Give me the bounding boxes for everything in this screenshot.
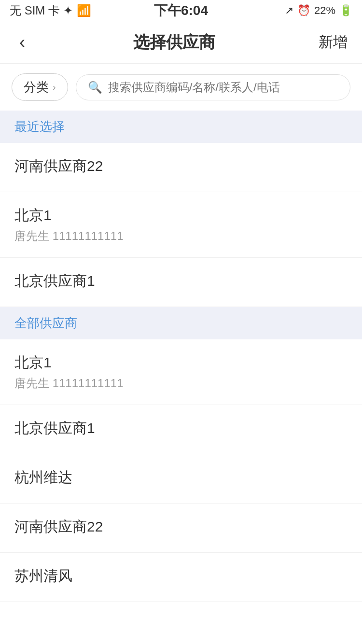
item-sub: 唐先生 11111111111 — [14, 376, 348, 391]
all-section-header: 全部供应商 — [0, 307, 362, 339]
battery-percent: 22% — [314, 4, 335, 17]
all-list-item[interactable]: 河南供应商22 — [0, 504, 362, 553]
filter-bar: 分类 › 🔍 — [0, 64, 362, 111]
status-left: 无 SIM 卡 ✦ 📶 — [10, 3, 91, 18]
wifi-icon: 📶 — [77, 4, 91, 17]
page-title: 选择供应商 — [133, 31, 215, 54]
add-button[interactable]: 新增 — [319, 32, 348, 52]
location-icon: ↗ — [285, 4, 293, 17]
status-bar: 无 SIM 卡 ✦ 📶 下午6:04 ↗ ⏰ 22% 🔋 — [0, 0, 362, 21]
all-list-item[interactable]: 苏州清风 — [0, 553, 362, 602]
chevron-right-icon: › — [53, 82, 56, 93]
item-name: 北京供应商1 — [14, 271, 348, 291]
status-time: 下午6:04 — [154, 1, 208, 20]
all-list-item[interactable]: 北京供应商1 — [0, 405, 362, 454]
item-name: 河南供应商22 — [14, 517, 348, 537]
recent-list-item[interactable]: 河南供应商22 — [0, 143, 362, 192]
no-sim-label: 无 SIM 卡 ✦ — [10, 3, 73, 18]
recent-list-item[interactable]: 北京1唐先生 11111111111 — [0, 192, 362, 258]
nav-bar: ‹ 选择供应商 新增 — [0, 21, 362, 64]
alarm-icon: ⏰ — [297, 4, 310, 17]
recent-list-item[interactable]: 北京供应商1 — [0, 258, 362, 307]
search-icon: 🔍 — [88, 81, 102, 94]
item-name: 北京1 — [14, 206, 348, 225]
item-name: 河南供应商22 — [14, 156, 348, 176]
search-box: 🔍 — [76, 74, 350, 100]
all-list-item[interactable]: 北京1唐先生 11111111111 — [0, 339, 362, 405]
back-button[interactable]: ‹ — [14, 28, 30, 57]
all-list: 北京1唐先生 11111111111北京供应商1杭州维达河南供应商22苏州清风 — [0, 339, 362, 602]
item-name: 北京供应商1 — [14, 419, 348, 438]
item-sub: 唐先生 11111111111 — [14, 228, 348, 244]
all-list-item[interactable]: 杭州维达 — [0, 454, 362, 504]
item-name: 苏州清风 — [14, 566, 348, 586]
recent-list: 河南供应商22北京1唐先生 11111111111北京供应商1 — [0, 143, 362, 307]
category-button[interactable]: 分类 › — [12, 73, 68, 101]
recent-section-header: 最近选择 — [0, 111, 362, 143]
status-right: ↗ ⏰ 22% 🔋 — [285, 4, 352, 17]
item-name: 杭州维达 — [14, 468, 348, 488]
item-name: 北京1 — [14, 353, 348, 373]
search-input[interactable] — [108, 81, 338, 94]
battery-icon: 🔋 — [339, 4, 352, 17]
category-label: 分类 — [24, 79, 49, 96]
